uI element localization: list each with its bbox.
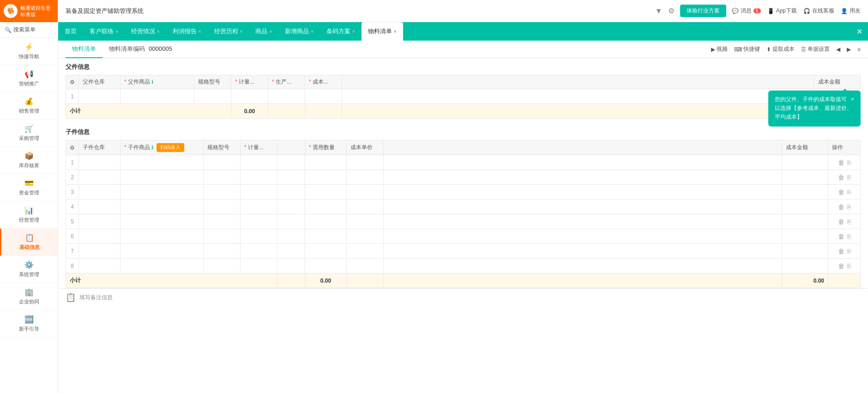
parent-goods-cell[interactable]	[121, 89, 194, 104]
child-cost-amount-cell-8[interactable]	[782, 259, 828, 273]
child-qty-cell-3[interactable]	[305, 185, 347, 200]
child-goods-cell-8[interactable]	[121, 259, 204, 273]
sidebar-item-marketing[interactable]: 📢 营销推广	[0, 65, 58, 92]
child-unit-cell-5[interactable]	[241, 214, 277, 229]
child-cost-amount-cell-6[interactable]	[782, 229, 828, 244]
sidebar-item-basic-info[interactable]: 📋 基础信息	[0, 229, 58, 256]
child-qty-cell-8[interactable]	[305, 259, 347, 273]
child-cost-amount-cell-5[interactable]	[782, 214, 828, 229]
shortcut-btn[interactable]: ⌨ 快捷键	[734, 45, 760, 53]
child-unit-cost-cell-8[interactable]	[347, 259, 384, 273]
child-cost-amount-cell-3[interactable]	[782, 185, 828, 200]
child-warehouse-cell-3[interactable]	[79, 185, 121, 200]
copy-icon-3[interactable]: ⎘	[847, 188, 851, 196]
child-spec-cell-8[interactable]	[204, 259, 241, 273]
user-menu[interactable]: 👤 用友	[841, 7, 861, 15]
extract-cost-btn[interactable]: ⬆ 提取成本	[766, 45, 795, 53]
copy-icon-2[interactable]: ⎘	[847, 174, 851, 181]
child-spec-cell-3[interactable]	[204, 185, 241, 200]
view-btn[interactable]: ▶ 视频	[711, 45, 728, 53]
menu-icon[interactable]: ≡	[857, 46, 861, 53]
delete-icon-2[interactable]: 🗑	[838, 174, 844, 181]
nav-prev[interactable]: ◀	[836, 46, 840, 53]
tab-bom[interactable]: 物料清单 ×	[362, 22, 403, 41]
nav-next[interactable]: ▶	[847, 46, 851, 53]
parent-spec-cell[interactable]	[194, 89, 231, 104]
app-download-button[interactable]: 📱 App下载	[767, 7, 797, 15]
child-unit-cell-8[interactable]	[241, 259, 277, 273]
sidebar-item-enterprise[interactable]: 🏢 企业协同	[0, 283, 58, 310]
scan-input-btn[interactable]: 扫码录入	[157, 143, 184, 152]
tab-barcode-close[interactable]: ×	[352, 29, 355, 34]
child-spec-cell-7[interactable]	[204, 244, 241, 259]
child-qty-cell-2[interactable]	[305, 170, 347, 185]
child-unit-cell-6[interactable]	[241, 229, 277, 244]
child-goods-cell-5[interactable]	[121, 214, 204, 229]
copy-icon-7[interactable]: ⎘	[847, 248, 851, 255]
search-menu[interactable]: 🔍 搜索菜单	[0, 22, 58, 38]
tab-customer[interactable]: 客户联络 ×	[83, 22, 125, 41]
close-all-tabs[interactable]: ✕	[851, 27, 868, 36]
sidebar-item-inventory[interactable]: 📦 库存核算	[0, 147, 58, 174]
child-unit-cost-cell-6[interactable]	[347, 229, 384, 244]
child-qty-cell-4[interactable]	[305, 200, 347, 214]
child-goods-cell-7[interactable]	[121, 244, 204, 259]
child-warehouse-cell-8[interactable]	[79, 259, 121, 273]
parent-cost-cell[interactable]	[305, 89, 342, 104]
tooltip-close-btn[interactable]: ×	[851, 95, 854, 104]
child-spec-cell-1[interactable]	[204, 155, 241, 170]
sidebar-item-system[interactable]: ⚙️ 系统管理	[0, 256, 58, 283]
tab-profit[interactable]: 利润报告 ×	[166, 22, 208, 41]
tab-operations[interactable]: 经营情况 ×	[125, 22, 166, 41]
child-unit-cost-cell-5[interactable]	[347, 214, 384, 229]
child-unit-cell-2[interactable]	[241, 170, 277, 185]
tab-barcode[interactable]: 条码方案 ×	[320, 22, 362, 41]
child-cost-amount-cell-7[interactable]	[782, 244, 828, 259]
child-unit-cell-3[interactable]	[241, 185, 277, 200]
tab-home[interactable]: 首页	[58, 22, 83, 41]
child-qty-cell-6[interactable]	[305, 229, 347, 244]
child-goods-cell-1[interactable]	[121, 155, 204, 170]
delete-icon-6[interactable]: 🗑	[838, 233, 844, 240]
child-unit-cost-cell-1[interactable]	[347, 155, 384, 170]
tab-new-goods-close[interactable]: ×	[311, 29, 313, 34]
tab-customer-close[interactable]: ×	[115, 29, 118, 34]
child-goods-cell-2[interactable]	[121, 170, 204, 185]
child-warehouse-cell-7[interactable]	[79, 244, 121, 259]
child-unit-cost-cell-4[interactable]	[347, 200, 384, 214]
child-warehouse-cell-4[interactable]	[79, 200, 121, 214]
copy-icon-1[interactable]: ⎘	[847, 159, 851, 166]
child-unit-cell-7[interactable]	[241, 244, 277, 259]
trial-button[interactable]: 体验行业方案	[680, 5, 726, 17]
child-spec-cell-2[interactable]	[204, 170, 241, 185]
delete-icon-3[interactable]: 🗑	[838, 188, 844, 196]
parent-col-settings[interactable]: ⚙	[66, 75, 79, 89]
tab-history-close[interactable]: ×	[240, 29, 243, 34]
copy-icon-8[interactable]: ⎘	[847, 262, 851, 270]
sidebar-item-guide[interactable]: 🆕 新手引导	[0, 310, 58, 338]
child-unit-cell-4[interactable]	[241, 200, 277, 214]
sidebar-item-sales[interactable]: 💰 销售管理	[0, 92, 58, 120]
delete-icon-8[interactable]: 🗑	[838, 262, 844, 270]
parent-production-cell[interactable]	[268, 89, 305, 104]
child-warehouse-cell-6[interactable]	[79, 229, 121, 244]
delete-icon-4[interactable]: 🗑	[838, 203, 844, 211]
child-cost-amount-cell-2[interactable]	[782, 170, 828, 185]
copy-icon-6[interactable]: ⎘	[847, 233, 851, 240]
child-warehouse-cell-1[interactable]	[79, 155, 121, 170]
settings-dropdown-icon[interactable]: ▼	[655, 7, 663, 15]
tab-goods-close[interactable]: ×	[269, 29, 272, 34]
child-unit-cost-cell-7[interactable]	[347, 244, 384, 259]
tab-bom-close[interactable]: ×	[394, 29, 397, 34]
child-goods-cell-4[interactable]	[121, 200, 204, 214]
message-button[interactable]: 💬 消息 6	[732, 7, 761, 15]
tab-goods[interactable]: 商品 ×	[249, 22, 278, 41]
tab-history[interactable]: 经营历程 ×	[208, 22, 249, 41]
sub-tab-bom-list[interactable]: 物料清单	[66, 41, 102, 58]
child-cost-amount-cell-1[interactable]	[782, 155, 828, 170]
child-cost-amount-cell-4[interactable]	[782, 200, 828, 214]
child-unit-cost-cell-2[interactable]	[347, 170, 384, 185]
sidebar-item-finance[interactable]: 💳 资金管理	[0, 174, 58, 201]
sidebar-item-purchase[interactable]: 🛒 采购管理	[0, 120, 58, 147]
delete-icon-5[interactable]: 🗑	[838, 218, 844, 225]
